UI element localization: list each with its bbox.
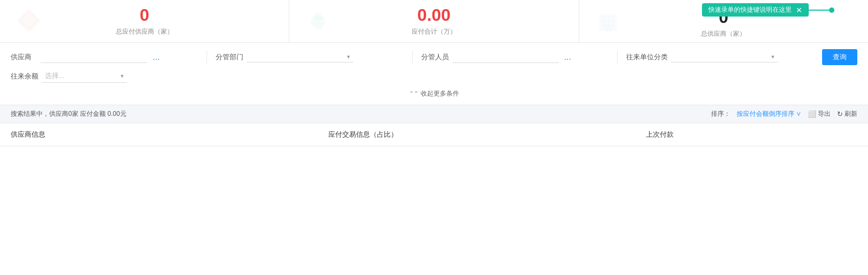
export-button[interactable]: ⬜ 导出 <box>808 109 831 119</box>
svg-rect-8 <box>603 19 605 22</box>
sort-text: 按应付会额倒序排序 <box>737 110 794 117</box>
svg-rect-14 <box>605 27 611 31</box>
sort-label: 排序： <box>711 109 730 119</box>
balance-placeholder: 选择... <box>45 71 121 81</box>
piggy-icon <box>305 7 331 35</box>
svg-rect-12 <box>607 23 610 26</box>
unit-chevron-icon: ▾ <box>771 53 775 60</box>
svg-rect-9 <box>607 19 610 22</box>
svg-rect-6 <box>319 27 321 30</box>
collapse-label: 收起更多条件 <box>421 89 459 98</box>
dept-chevron-icon: ▾ <box>347 53 350 60</box>
supplier-label: 供应商 <box>11 52 37 62</box>
refresh-button[interactable]: ↻ 刷新 <box>837 109 857 119</box>
total-suppliers-label: 总供应商（家） <box>701 29 746 38</box>
person-filter: 分管人员 ... <box>421 51 609 63</box>
tooltip-bubble: 快速录单的快捷键说明在这里 ✕ <box>702 3 809 17</box>
dept-filter: 分管部门 ▾ <box>216 52 403 62</box>
balance-select[interactable]: 选择... ▾ <box>42 69 127 83</box>
payable-total-label: 应付合计（万） <box>412 27 456 36</box>
results-bar: 搜索结果中，供应商0家 应付金额 0.00元 排序： 按应付会额倒序排序 ∨ ⬜… <box>0 105 868 123</box>
supplier-dots[interactable]: ... <box>151 52 162 62</box>
supplier-input[interactable] <box>41 51 147 63</box>
refresh-label: 刷新 <box>845 109 857 119</box>
svg-rect-10 <box>611 19 614 22</box>
dept-label: 分管部门 <box>216 52 243 62</box>
person-dots[interactable]: ... <box>562 52 573 62</box>
payable-suppliers-number: 0 <box>140 6 149 25</box>
sort-value[interactable]: 按应付会额倒序排序 ∨ <box>737 109 801 119</box>
balance-filter: 往来余额 选择... ▾ <box>11 69 160 83</box>
collapse-up-icon: ⌃⌃ <box>409 90 419 97</box>
supplier-filter: 供应商 ... <box>11 51 198 63</box>
balance-chevron-icon: ▾ <box>121 73 124 80</box>
refresh-icon: ↻ <box>837 110 843 118</box>
table-header: 供应商信息 应付交易信息（占比） 上次付款 <box>0 123 868 146</box>
payable-total-number: 0.00 <box>417 6 451 25</box>
col-header-last-payment: 上次付款 <box>646 130 858 139</box>
results-actions: 排序： 按应付会额倒序排序 ∨ ⬜ 导出 ↻ 刷新 <box>711 109 857 119</box>
person-input[interactable] <box>452 51 559 63</box>
unit-label: 往来单位分类 <box>626 52 668 62</box>
results-info: 搜索结果中，供应商0家 应付金额 0.00元 <box>11 109 127 119</box>
filter-divider-2 <box>412 51 413 64</box>
stat-payable-suppliers: 0 总应付供应商（家） <box>0 0 289 42</box>
filter-row-2: 往来余额 选择... ▾ <box>11 69 857 83</box>
col-header-payable-info: 应付交易信息（占比） <box>328 130 646 139</box>
stat-total-suppliers: 快速录单的快捷键说明在这里 ✕ 0 总供应商（家） <box>579 0 868 42</box>
balance-label: 往来余额 <box>11 72 38 81</box>
svg-point-4 <box>320 17 322 19</box>
tooltip-close-icon[interactable]: ✕ <box>796 6 802 14</box>
svg-rect-13 <box>611 23 614 26</box>
query-btn-wrap: 查询 <box>822 49 857 65</box>
filter-divider-3 <box>617 51 618 64</box>
tooltip-text: 快速录单的快捷键说明在这里 <box>708 5 792 14</box>
filter-bar: 供应商 ... 分管部门 ▾ 分管人员 ... 往来单位分类 ▾ <box>0 43 868 105</box>
svg-rect-5 <box>316 27 318 30</box>
svg-rect-15 <box>599 14 617 17</box>
query-button[interactable]: 查询 <box>822 49 857 65</box>
stats-bar: 0 总应付供应商（家） 0.00 应付合计（万） <box>0 0 868 43</box>
export-icon: ⬜ <box>808 110 816 118</box>
dept-select[interactable]: ▾ <box>247 52 353 62</box>
unit-select[interactable]: ▾ <box>671 52 778 62</box>
filter-divider-1 <box>207 51 207 64</box>
export-label: 导出 <box>818 109 831 119</box>
col-header-supplier-info: 供应商信息 <box>11 130 328 139</box>
person-label: 分管人员 <box>421 52 449 62</box>
tooltip-dot <box>829 7 834 13</box>
sort-chevron-icon: ∨ <box>796 110 801 117</box>
collapse-button[interactable]: ⌃⌃ 收起更多条件 <box>409 87 459 100</box>
svg-rect-11 <box>603 23 605 26</box>
filter-row-1: 供应商 ... 分管部门 ▾ 分管人员 ... 往来单位分类 ▾ <box>11 49 857 65</box>
building-icon <box>595 7 621 35</box>
table-body <box>0 146 868 275</box>
diamond-icon <box>16 7 42 35</box>
payable-suppliers-label: 总应付供应商（家） <box>116 27 173 36</box>
stat-payable-total: 0.00 应付合计（万） <box>289 0 579 42</box>
unit-filter: 往来单位分类 ▾ <box>626 52 814 62</box>
